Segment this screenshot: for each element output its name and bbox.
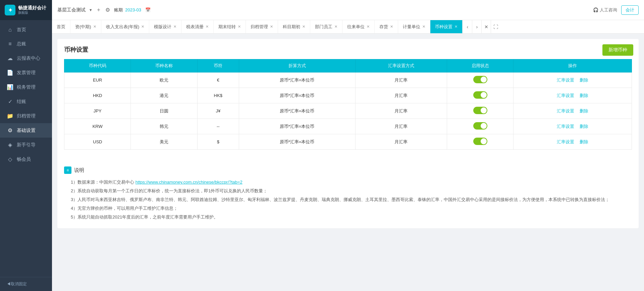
tab-nav-prev[interactable]: ‹ [463,20,472,34]
sidebar-item-vip[interactable]: ◇ 畅会员 [0,152,52,166]
cell-symbol: HK$ [197,88,239,103]
company-settings-icon[interactable]: ⚙ [105,7,110,13]
company-name: 基层工会测试 [57,7,86,13]
tab-stock[interactable]: 存货 ✕ [375,20,398,34]
enabled-toggle[interactable] [473,107,487,114]
cell-rate-method: 月汇率 [355,119,447,134]
calendar-icon[interactable]: 📅 [145,7,151,12]
tab-close-all[interactable]: ✕ [481,20,491,34]
rate-settings-link[interactable]: 汇率设置 [557,108,574,113]
note-item: 3）人民币对马来西亚林吉特、俄罗斯卢布、南非兰特、韩元、阿联酋迪拉姆、沙特里亚尔… [71,195,632,204]
vip-icon: ◇ [7,156,13,162]
sidebar-item-label: 税务管理 [17,84,36,90]
add-tab-button[interactable]: ＋ [96,6,101,13]
tax-icon: 📊 [7,84,13,90]
sidebar-item-invoice[interactable]: 📄 发票管理 [0,65,52,80]
delete-link[interactable]: 删除 [580,78,588,83]
tab-close-icon[interactable]: ✕ [454,25,458,29]
enabled-toggle[interactable] [473,76,487,83]
delete-link[interactable]: 删除 [580,93,588,98]
tab-close-icon[interactable]: ✕ [367,25,370,29]
rate-settings-link[interactable]: 汇率设置 [557,78,574,83]
sidebar-item-settings[interactable]: ⚙ 基础设置 [0,123,52,138]
delete-link[interactable]: 删除 [580,124,588,129]
tab-close-icon[interactable]: ✕ [390,25,393,29]
cell-rate-method: 月汇率 [355,72,447,88]
tab-close-icon[interactable]: ✕ [270,25,273,29]
tab-close-icon[interactable]: ✕ [141,25,144,29]
currency-table: 币种代码 币种名称 币符 折算方式 汇率设置方式 启用状态 操作 EUR 欧元 … [64,59,632,150]
sidebar-item-home[interactable]: ⌂ 首页 [0,23,52,37]
delete-link[interactable]: 删除 [580,108,588,113]
cell-enabled [447,119,513,134]
sidebar-item-label: 基础设置 [17,128,36,134]
support-button[interactable]: 🎧 人工咨询 [593,7,617,13]
user-role-button[interactable]: 会计 [621,5,639,15]
tab-archive[interactable]: 归档管理 ✕ [246,20,278,34]
tab-template[interactable]: 模版设计 ✕ [149,20,181,34]
tab-income[interactable]: 收入支出表(年报) ✕ [101,20,150,34]
col-actions: 操作 [514,59,632,72]
note-item: 5）系统只能自动抓取2021年度后的汇率，之前年度汇率需要用户手工维护。 [71,213,632,222]
tab-close-icon[interactable]: ✕ [206,25,209,29]
tab-currency[interactable]: 币种设置 ✕ [430,20,463,34]
cell-code: EUR [64,72,131,88]
tab-close-icon[interactable]: ✕ [173,25,176,29]
tab-expand[interactable]: ⛶ [491,20,500,34]
tab-label: 科目期初 [283,24,300,30]
enabled-toggle[interactable] [473,91,487,99]
tab-contacts[interactable]: 往来单位 ✕ [342,20,375,34]
cell-symbol: -- [197,119,239,134]
tab-label: 首页 [57,24,65,30]
tab-label: 资(中期) [75,24,91,30]
page-title: 币种设置 [64,46,632,54]
tab-dept[interactable]: 部门员工 ✕ [310,20,342,34]
tab-close-icon[interactable]: ✕ [93,25,96,29]
support-label: 人工咨询 [600,7,617,13]
invoice-icon: 📄 [7,69,13,76]
cell-name: 日圆 [131,103,197,119]
note-title: ≡ 说明 [64,166,632,174]
sidebar-item-ledger[interactable]: ≡ 总账 [0,37,52,51]
cell-actions: 汇率设置 删除 [514,119,632,134]
note-item: 4）无官方牌价的币种，可以用用户手工维护汇率信息； [71,204,632,213]
logo-sub: 旗舰版 [18,10,46,15]
delete-link[interactable]: 删除 [580,139,588,144]
rate-settings-link[interactable]: 汇率设置 [557,93,574,98]
tab-close-icon[interactable]: ✕ [334,25,337,29]
tab-unit[interactable]: 计量单位 ✕ [398,20,430,34]
note-link[interactable]: https://www.chinamoney.com.cn/chinese/bk… [136,180,243,185]
tab-close-icon[interactable]: ✕ [238,25,241,29]
dropdown-icon[interactable]: ▾ [90,7,92,12]
tab-period-end[interactable]: 期末结转 ✕ [214,20,246,34]
headset-icon: 🎧 [593,7,598,12]
tab-close-icon[interactable]: ✕ [302,25,305,29]
tab-balance[interactable]: 资(中期) ✕ [70,20,101,34]
tab-close-icon[interactable]: ✕ [422,25,425,29]
enabled-toggle[interactable] [473,138,487,145]
sidebar-item-tax[interactable]: 📊 税务管理 [0,80,52,94]
logo-name: 畅捷通好会计 [18,5,46,11]
note-section: ≡ 说明 1）数据来源：中国外汇交易中心 https://www.chinamo… [64,160,632,222]
tab-tax[interactable]: 税表清册 ✕ [181,20,214,34]
sidebar-item-guide[interactable]: ◈ 新手引导 [0,138,52,152]
tab-home[interactable]: 首页 [52,20,70,34]
sidebar-item-archive[interactable]: 📁 归档管理 [0,109,52,123]
sidebar-item-label: 发票管理 [17,70,36,76]
sidebar-footer-pin[interactable]: ◀取消固定 [0,277,52,291]
sidebar-item-reports[interactable]: ☁ 云报表中心 [0,51,52,65]
rate-settings-link[interactable]: 汇率设置 [557,124,574,129]
new-currency-button[interactable]: 新增币种 [602,44,633,56]
content-area: 币种设置 新增币种 币种代码 币种名称 币符 折算方式 汇率设置方式 启用状态 … [57,39,639,228]
tab-subjects[interactable]: 科目期初 ✕ [278,20,310,34]
cell-name: 美元 [131,134,197,150]
col-symbol: 币符 [197,59,239,72]
tab-nav-next[interactable]: › [472,20,481,34]
sidebar-item-checkout[interactable]: ✓ 结账 [0,94,52,109]
enabled-toggle[interactable] [473,122,487,130]
rate-settings-link[interactable]: 汇率设置 [557,139,574,144]
cell-code: JPY [64,103,131,119]
table-row: HKD 港元 HK$ 原币*汇率=本位币 月汇率 汇率设置 删除 [64,88,632,103]
tab-label: 归档管理 [251,24,268,30]
note-icon: ≡ [64,166,71,174]
